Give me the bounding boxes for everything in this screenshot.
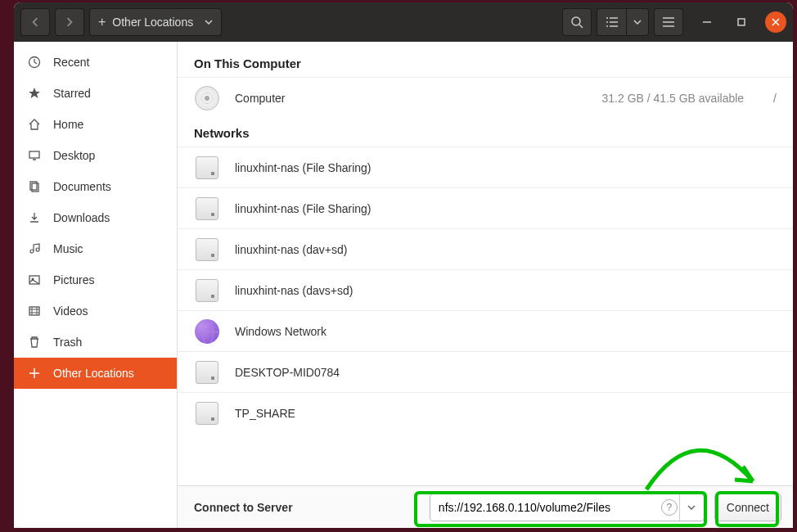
videos-icon bbox=[27, 304, 42, 318]
row-label: DESKTOP-MID0784 bbox=[235, 366, 777, 379]
sidebar-item-trash[interactable]: Trash bbox=[14, 327, 177, 358]
row-storage-info: 31.2 GB / 41.5 GB available bbox=[602, 92, 745, 105]
list-view-button[interactable] bbox=[597, 8, 626, 36]
close-button[interactable] bbox=[765, 11, 786, 33]
titlebar: + Other Locations bbox=[14, 2, 793, 42]
sidebar-item-label: Downloads bbox=[53, 211, 110, 224]
search-button[interactable] bbox=[562, 8, 592, 36]
network-row[interactable]: linuxhint-nas (davs+sd) bbox=[178, 269, 793, 310]
connect-button[interactable]: Connect bbox=[714, 494, 781, 521]
sidebar-item-label: Trash bbox=[53, 336, 82, 349]
path-label: Other Locations bbox=[112, 16, 193, 29]
section-header-computer: On This Computer bbox=[178, 53, 793, 77]
svg-point-0 bbox=[572, 17, 580, 25]
computer-row[interactable]: Computer 31.2 GB / 41.5 GB available / bbox=[178, 77, 793, 118]
content-area: Recent Starred Home Desktop Documents Do… bbox=[14, 42, 793, 528]
row-label: linuxhint-nas (dav+sd) bbox=[235, 243, 777, 256]
sidebar-item-documents[interactable]: Documents bbox=[14, 171, 177, 202]
plus-icon bbox=[27, 366, 42, 381]
sidebar-item-label: Desktop bbox=[53, 149, 95, 162]
recent-servers-dropdown[interactable] bbox=[679, 494, 704, 521]
svg-rect-8 bbox=[29, 307, 39, 315]
row-label: TP_SHARE bbox=[235, 407, 777, 420]
nav-forward-button[interactable] bbox=[55, 8, 84, 36]
sidebar-item-downloads[interactable]: Downloads bbox=[14, 202, 177, 233]
row-label: linuxhint-nas (File Sharing) bbox=[235, 202, 777, 215]
globe-icon bbox=[194, 318, 220, 345]
connect-to-server-bar: Connect to Server ? Connect bbox=[178, 485, 793, 528]
network-row[interactable]: DESKTOP-MID0784 bbox=[178, 351, 793, 392]
drive-icon bbox=[194, 155, 220, 181]
drive-icon bbox=[194, 277, 220, 304]
network-row[interactable]: linuxhint-nas (dav+sd) bbox=[178, 228, 793, 269]
sidebar-item-label: Home bbox=[53, 118, 83, 131]
network-row-windows[interactable]: Windows Network bbox=[178, 310, 793, 351]
trash-icon bbox=[27, 335, 42, 349]
drive-icon bbox=[194, 359, 220, 385]
clock-icon bbox=[27, 55, 42, 70]
network-row[interactable]: linuxhint-nas (File Sharing) bbox=[178, 147, 793, 187]
row-label: linuxhint-nas (File Sharing) bbox=[235, 161, 777, 174]
main-pane: On This Computer Computer 31.2 GB / 41.5… bbox=[178, 42, 793, 528]
file-manager-window: + Other Locations bbox=[14, 2, 793, 528]
sidebar-item-label: Recent bbox=[53, 56, 89, 69]
view-mode-group bbox=[597, 8, 649, 36]
sidebar-item-label: Music bbox=[53, 242, 83, 255]
svg-rect-3 bbox=[29, 151, 39, 158]
minimize-button[interactable] bbox=[696, 11, 718, 33]
main-scroll[interactable]: On This Computer Computer 31.2 GB / 41.5… bbox=[178, 42, 793, 485]
sidebar-item-starred[interactable]: Starred bbox=[14, 78, 177, 109]
desktop-icon bbox=[27, 148, 42, 163]
downloads-icon bbox=[27, 210, 42, 225]
connect-label: Connect to Server bbox=[194, 501, 420, 514]
home-icon bbox=[27, 117, 42, 132]
sidebar-item-music[interactable]: Music bbox=[14, 233, 177, 264]
server-address-field-wrap: ? bbox=[430, 494, 705, 521]
network-row[interactable]: TP_SHARE bbox=[178, 392, 793, 433]
view-options-button[interactable] bbox=[626, 8, 649, 36]
pictures-icon bbox=[27, 273, 42, 287]
disk-icon bbox=[194, 85, 220, 111]
row-label: Computer bbox=[235, 92, 588, 105]
sidebar: Recent Starred Home Desktop Documents Do… bbox=[14, 42, 178, 528]
sidebar-item-home[interactable]: Home bbox=[14, 109, 177, 140]
sidebar-item-other-locations[interactable]: Other Locations bbox=[14, 358, 177, 389]
row-label: linuxhint-nas (davs+sd) bbox=[235, 284, 777, 297]
sidebar-item-videos[interactable]: Videos bbox=[14, 295, 177, 327]
drive-icon bbox=[194, 400, 220, 426]
sidebar-item-desktop[interactable]: Desktop bbox=[14, 140, 177, 171]
row-mount-point: / bbox=[773, 92, 777, 105]
sidebar-item-label: Pictures bbox=[53, 273, 95, 286]
sidebar-item-label: Starred bbox=[53, 87, 91, 100]
sidebar-item-recent[interactable]: Recent bbox=[14, 47, 177, 78]
sidebar-item-label: Videos bbox=[53, 304, 88, 318]
chevron-down-icon bbox=[205, 20, 213, 25]
server-address-input[interactable] bbox=[430, 494, 661, 521]
path-bar[interactable]: + Other Locations bbox=[89, 8, 222, 36]
maximize-button[interactable] bbox=[731, 11, 752, 33]
plus-icon: + bbox=[98, 15, 106, 29]
help-icon[interactable]: ? bbox=[661, 499, 678, 516]
svg-rect-1 bbox=[738, 19, 745, 25]
music-icon bbox=[27, 241, 42, 256]
section-header-networks: Networks bbox=[178, 123, 793, 147]
sidebar-item-label: Documents bbox=[53, 180, 111, 193]
drive-icon bbox=[194, 237, 220, 263]
nav-back-button[interactable] bbox=[20, 8, 50, 36]
row-label: Windows Network bbox=[235, 325, 777, 338]
drive-icon bbox=[194, 196, 220, 222]
network-row[interactable]: linuxhint-nas (File Sharing) bbox=[178, 187, 793, 228]
documents-icon bbox=[27, 179, 42, 194]
hamburger-menu-button[interactable] bbox=[654, 8, 683, 36]
sidebar-item-label: Other Locations bbox=[53, 367, 134, 380]
sidebar-item-pictures[interactable]: Pictures bbox=[14, 264, 177, 295]
star-icon bbox=[27, 86, 42, 101]
